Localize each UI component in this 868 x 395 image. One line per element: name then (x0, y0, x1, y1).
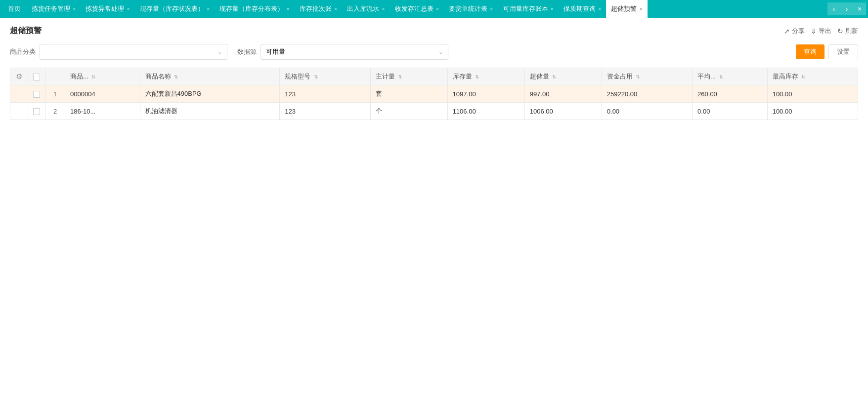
sort-icon-code: ⇅ (91, 74, 95, 79)
chevron-down-icon: ⌄ (217, 49, 222, 55)
nav-tab-tab-xianzun1[interactable]: 现存量（库存状况表）× (135, 0, 215, 18)
page-content: 超储预警 ➚ 分享 ⇓ 导出 ↻ 刷新 商品分类 ⌄ 数据源 (0, 18, 868, 395)
row-gear-cell (10, 103, 28, 120)
close-icon[interactable]: × (73, 6, 76, 12)
category-label: 商品分类 (10, 47, 36, 56)
sort-icon-avg: ⇅ (719, 74, 723, 79)
table-row: 1 0000004 六配套新昌490BPG 123 套 1097.00 997.… (10, 85, 858, 103)
query-button[interactable]: 查询 (796, 44, 825, 59)
nav-tab-tab-yichang[interactable]: 拣货异常处理× (81, 0, 134, 18)
page-title: 超储预警 (10, 26, 42, 36)
close-icon[interactable]: × (127, 6, 130, 12)
col-capital-label: 资金占用 (607, 73, 633, 80)
nav-tab-label: 现存量（库存状况表） (140, 4, 204, 13)
datasource-label: 数据源 (237, 47, 257, 56)
col-header-name[interactable]: 商品名称 ⇅ (140, 68, 280, 85)
col-header-spec[interactable]: 规格型号 ⇅ (280, 68, 370, 85)
nav-tab-label: 保质期查询 (564, 4, 596, 13)
export-label: 导出 (819, 27, 831, 36)
row-num-cell: 1 (45, 85, 65, 103)
col-header-over[interactable]: 超储量 ⇅ (524, 68, 602, 85)
row-spec-cell: 123 (280, 103, 370, 120)
col-code-label: 商品... (70, 73, 88, 80)
category-filter: 商品分类 ⌄ (10, 44, 227, 60)
datasource-select[interactable]: 可用量 ⌄ (260, 44, 448, 60)
nav-tab-tab-keyong[interactable]: 可用量库存账本× (498, 0, 559, 18)
page-header: 超储预警 ➚ 分享 ⇓ 导出 ↻ 刷新 (10, 26, 858, 36)
nav-tab-tab-pici[interactable]: 库存批次账× (295, 0, 342, 18)
row-gear-cell (10, 85, 28, 103)
col-header-stock[interactable]: 库存量 ⇅ (447, 68, 524, 85)
nav-tab-tab-chaohuo[interactable]: 拣货任务管理× (27, 0, 81, 18)
row-capital-cell: 259220.00 (602, 85, 692, 103)
row-check-cell (28, 103, 45, 120)
col-over-label: 超储量 (530, 73, 549, 80)
close-icon[interactable]: × (639, 6, 642, 12)
nav-tab-label: 拣货异常处理 (86, 4, 124, 13)
sort-icon-capital: ⇅ (636, 74, 640, 79)
row-maxstock-cell: 100.00 (767, 103, 858, 120)
table-header-row: ⚙ 商品... ⇅ 商品名称 ⇅ 规格型号 ⇅ (10, 68, 858, 85)
select-all-checkbox[interactable] (33, 74, 40, 80)
nav-tab-tab-shoufan[interactable]: 收发存汇总表× (390, 0, 444, 18)
settings-icon[interactable]: ⚙ (16, 72, 22, 80)
nav-arrows: ‹ › × (827, 2, 866, 15)
sort-icon-stock: ⇅ (475, 74, 479, 79)
nav-home[interactable]: 首页 (2, 4, 27, 13)
category-select[interactable]: ⌄ (40, 44, 227, 60)
sort-icon-unit: ⇅ (398, 74, 402, 79)
close-icon[interactable]: × (490, 6, 493, 12)
row-over-cell: 1006.00 (524, 103, 602, 120)
nav-tab-label: 出入库流水 (347, 4, 379, 13)
filter-actions: 查询 设置 (796, 44, 858, 59)
nav-arrow-left[interactable]: ‹ (827, 2, 840, 15)
table-row: 2 186-10... 机油滤清器 123 个 1106.00 1006.00 … (10, 103, 858, 120)
export-button[interactable]: ⇓ 导出 (811, 27, 831, 36)
close-icon[interactable]: × (436, 6, 439, 12)
row-check-cell (28, 85, 45, 103)
nav-tab-tab-baozhi[interactable]: 保质期查询× (559, 0, 606, 18)
share-icon: ➚ (784, 27, 790, 35)
row-code-cell: 186-10... (65, 103, 140, 120)
data-table: ⚙ 商品... ⇅ 商品名称 ⇅ 规格型号 ⇅ (10, 68, 858, 120)
export-icon: ⇓ (811, 27, 817, 35)
nav-tab-tab-yaohuo[interactable]: 要货单统计表× (444, 0, 498, 18)
nav-tab-tab-xianzun2[interactable]: 现存量（库存分布表）× (215, 0, 294, 18)
nav-tab-label: 拣货任务管理 (32, 4, 70, 13)
col-header-unit[interactable]: 主计量 ⇅ (370, 68, 447, 85)
col-header-avg[interactable]: 平均... ⇅ (693, 68, 768, 85)
refresh-icon: ↻ (837, 27, 843, 35)
row-checkbox[interactable] (33, 91, 40, 98)
close-icon[interactable]: × (286, 6, 289, 12)
share-button[interactable]: ➚ 分享 (784, 27, 805, 36)
nav-tab-label: 可用量库存账本 (503, 4, 548, 13)
col-header-maxstock[interactable]: 最高库存 ⇅ (767, 68, 858, 85)
nav-arrow-close[interactable]: × (853, 2, 866, 15)
row-capital-cell: 0.00 (602, 103, 692, 120)
row-checkbox[interactable] (33, 108, 40, 115)
close-icon[interactable]: × (382, 6, 385, 12)
nav-tab-label: 现存量（库存分布表） (219, 4, 284, 13)
row-avg-cell: 0.00 (693, 103, 768, 120)
row-code-cell: 0000004 (65, 85, 140, 103)
datasource-filter: 数据源 可用量 ⌄ (237, 44, 448, 60)
close-icon[interactable]: × (551, 6, 554, 12)
chevron-down-icon-2: ⌄ (438, 49, 443, 55)
col-header-capital[interactable]: 资金占用 ⇅ (602, 68, 692, 85)
refresh-button[interactable]: ↻ 刷新 (837, 27, 858, 36)
sort-icon-name: ⇅ (174, 74, 178, 79)
nav-tab-tab-chuku[interactable]: 出入库流水× (342, 0, 390, 18)
row-unit-cell: 套 (370, 85, 447, 103)
nav-tab-tab-chaochu[interactable]: 超储预警× (606, 0, 647, 18)
close-icon[interactable]: × (334, 6, 337, 12)
row-unit-cell: 个 (370, 103, 447, 120)
settings-button[interactable]: 设置 (828, 44, 858, 59)
nav-arrow-right[interactable]: › (840, 2, 853, 15)
nav-tab-label: 库存批次账 (300, 4, 332, 13)
share-label: 分享 (792, 27, 805, 36)
col-header-code[interactable]: 商品... ⇅ (65, 68, 140, 85)
close-icon[interactable]: × (598, 6, 601, 12)
close-icon[interactable]: × (207, 6, 210, 12)
table-header: ⚙ 商品... ⇅ 商品名称 ⇅ 规格型号 ⇅ (10, 68, 858, 85)
datasource-value: 可用量 (266, 47, 285, 56)
